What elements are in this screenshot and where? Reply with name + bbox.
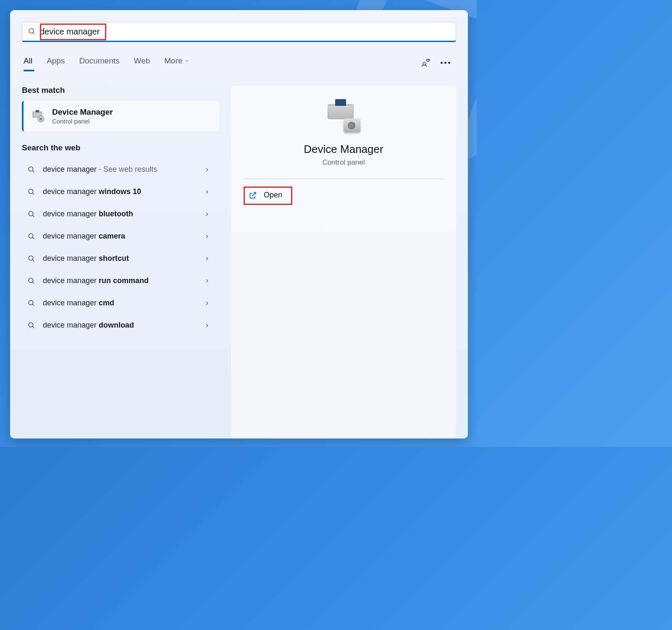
- chevron-right-icon: [204, 167, 210, 173]
- search-bar[interactable]: [22, 22, 456, 42]
- search-icon: [28, 188, 35, 196]
- tab-documents[interactable]: Documents: [79, 56, 119, 69]
- best-match-heading: Best match: [22, 86, 219, 95]
- web-result-item[interactable]: device manager camera: [22, 225, 219, 247]
- search-icon: [28, 210, 35, 218]
- search-icon: [28, 322, 35, 329]
- chevron-right-icon: [204, 234, 210, 239]
- web-result-text: device manager windows 10: [43, 187, 204, 196]
- svg-point-3: [427, 59, 429, 62]
- svg-line-9: [32, 171, 34, 172]
- chevron-right-icon: [204, 256, 210, 262]
- divider: [244, 178, 444, 179]
- best-match-title: Device Manager: [52, 108, 113, 117]
- web-result-text: device manager run command: [43, 276, 204, 285]
- chevron-down-icon: [184, 58, 189, 63]
- best-match-subtitle: Control panel: [52, 118, 113, 125]
- svg-line-13: [32, 215, 34, 217]
- account-switch-icon[interactable]: [421, 58, 430, 67]
- web-result-text: device manager shortcut: [43, 254, 204, 263]
- svg-line-17: [32, 260, 34, 261]
- svg-point-22: [29, 323, 33, 327]
- chevron-right-icon: [204, 189, 210, 195]
- chevron-right-icon: [204, 300, 210, 306]
- svg-line-21: [32, 304, 34, 306]
- chevron-right-icon: [204, 323, 210, 328]
- svg-point-0: [29, 29, 34, 33]
- web-result-item[interactable]: device manager shortcut: [22, 247, 219, 270]
- web-result-item[interactable]: device manager cmd: [22, 292, 219, 314]
- chevron-right-icon: [204, 211, 210, 217]
- svg-point-12: [29, 211, 33, 216]
- search-icon: [28, 299, 35, 307]
- svg-line-19: [32, 282, 34, 284]
- detail-title: Device Manager: [304, 143, 383, 156]
- search-icon: [28, 233, 35, 240]
- web-result-item[interactable]: device manager run command: [22, 270, 219, 292]
- svg-point-8: [29, 167, 33, 171]
- device-manager-large-icon: [325, 102, 362, 133]
- search-panel: All Apps Documents Web More Best match D…: [10, 10, 468, 438]
- more-options-icon[interactable]: [441, 62, 450, 64]
- web-result-item[interactable]: device manager download: [22, 314, 219, 336]
- search-icon: [28, 166, 35, 173]
- svg-line-11: [32, 193, 34, 194]
- web-result-item[interactable]: device manager bluetooth: [22, 203, 219, 225]
- search-web-heading: Search the web: [22, 143, 219, 152]
- web-result-item[interactable]: device manager - See web results: [22, 158, 219, 181]
- svg-point-7: [39, 118, 42, 120]
- detail-subtitle: Control panel: [322, 158, 365, 167]
- search-input[interactable]: [40, 27, 450, 37]
- search-icon: [28, 28, 36, 35]
- svg-point-10: [29, 189, 33, 194]
- detail-pane: Device Manager Control panel Open: [231, 86, 456, 438]
- svg-rect-5: [36, 110, 39, 112]
- web-result-text: device manager download: [43, 321, 204, 330]
- open-external-icon: [249, 191, 257, 200]
- web-result-text: device manager cmd: [43, 299, 204, 307]
- web-results-list: device manager - See web resultsdevice m…: [22, 158, 219, 336]
- chevron-right-icon: [204, 278, 210, 284]
- svg-point-14: [29, 234, 33, 238]
- web-result-text: device manager bluetooth: [43, 210, 204, 218]
- open-label: Open: [264, 191, 282, 200]
- web-result-text: device manager - See web results: [43, 165, 204, 174]
- svg-line-15: [32, 237, 34, 239]
- open-button[interactable]: Open: [244, 186, 291, 204]
- filter-tabs-row: All Apps Documents Web More: [22, 56, 456, 69]
- svg-line-1: [33, 32, 34, 34]
- tab-all[interactable]: All: [24, 56, 32, 69]
- web-result-item[interactable]: device manager windows 10: [22, 181, 219, 203]
- svg-point-18: [29, 278, 33, 283]
- tab-more-label: More: [164, 56, 182, 66]
- search-icon: [28, 277, 35, 285]
- tab-more[interactable]: More: [164, 56, 189, 69]
- svg-line-23: [32, 326, 34, 328]
- best-match-result[interactable]: Device Manager Control panel: [22, 101, 219, 131]
- tab-apps[interactable]: Apps: [47, 56, 65, 69]
- web-result-text: device manager camera: [43, 232, 204, 241]
- svg-point-16: [29, 256, 33, 260]
- svg-point-20: [29, 300, 33, 305]
- tab-web[interactable]: Web: [134, 56, 150, 69]
- search-icon: [28, 255, 35, 262]
- device-manager-icon: [31, 109, 45, 123]
- results-column: Best match Device Manager Control panel …: [22, 86, 219, 438]
